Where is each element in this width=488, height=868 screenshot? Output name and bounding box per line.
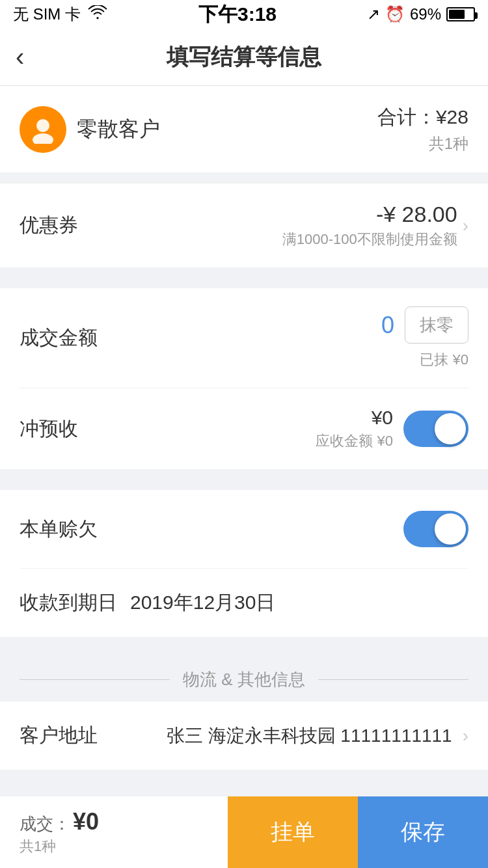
bottom-bar: 成交： ¥0 共1种 挂单 保存 [0,796,488,868]
customer-total-amount: 合计：¥28 [377,104,468,131]
coupon-amount: -¥ 28.00 [282,202,457,227]
due-date-value: 2019年12月30日 [130,590,275,616]
toggle-thumb [435,413,466,444]
separator-3 [0,647,488,658]
location-icon: ↗ [367,5,380,23]
page-title: 填写结算等信息 [167,42,321,72]
svg-point-0 [36,119,49,132]
deal-amount-row: 成交金额 0 抹零 已抹 ¥0 [20,288,468,388]
credit-label: 本单赊欠 [20,516,98,543]
customer-left: 零散客户 [20,106,160,153]
separator-2 [0,480,488,490]
svg-point-1 [33,133,53,144]
logistics-label: 物流 & 其他信息 [183,668,305,691]
customer-total-count: 共1种 [377,133,468,154]
bottom-deal-count: 共1种 [20,837,208,856]
due-date-row: 收款到期日 2019年12月30日 [20,569,468,637]
deal-amount-right: 0 抹零 [355,306,468,344]
advance-toggle[interactable] [403,411,468,447]
bottom-deal-amount: ¥0 [73,808,99,835]
coupon-row[interactable]: 优惠券 -¥ 28.00 满1000-100不限制使用金额 › [0,183,488,267]
round-zero-button[interactable]: 抹零 [405,306,468,344]
coupon-chevron-icon: › [463,215,468,236]
wifi-icon [87,5,108,23]
credit-toggle-thumb [435,513,466,545]
status-bar: 无 SIM 卡 下午3:18 ↗ ⏰ 69% [0,0,488,29]
address-row[interactable]: 客户地址 张三 海淀永丰科技园 11111111111 › [20,701,468,770]
advance-info: ¥0 应收金额 ¥0 [316,407,393,451]
content: 零散客户 合计：¥28 共1种 优惠券 -¥ 28.00 满1000-100不限… [0,86,488,858]
customer-total: 合计：¥28 共1种 [377,104,468,154]
status-time: 下午3:18 [198,1,277,28]
customer-avatar [20,106,66,153]
coupon-label: 优惠券 [20,212,78,239]
advance-sub: 应收金额 ¥0 [316,431,393,451]
bottom-deal-label: 成交： [20,813,70,835]
credit-row: 本单赊欠 [20,490,468,569]
customer-row: 零散客户 合计：¥28 共1种 [0,86,488,172]
battery-icon [446,7,475,21]
credit-toggle[interactable] [403,511,468,547]
logistics-header: 物流 & 其他信息 [0,658,488,701]
credit-section: 本单赊欠 收款到期日 2019年12月30日 [0,490,488,637]
deal-amount-value: 0 [355,312,394,339]
back-button[interactable]: ‹ [16,42,24,72]
separator-1 [0,278,488,288]
deal-section: 成交金额 0 抹零 已抹 ¥0 冲预收 ¥0 应收金额 ¥0 [0,288,488,469]
coupon-right: -¥ 28.00 满1000-100不限制使用金额 › [282,202,468,249]
address-chevron-icon: › [463,726,468,746]
address-label: 客户地址 [20,722,98,749]
save-button[interactable]: 保存 [358,796,488,868]
due-date-label: 收款到期日 [20,590,117,616]
status-right: ↗ ⏰ 69% [367,5,475,23]
logistics-line-right [318,679,468,680]
deal-amount-label: 成交金额 [20,325,98,351]
bottom-info: 成交： ¥0 共1种 [0,808,228,856]
hold-button[interactable]: 挂单 [228,796,358,868]
nav-bar: ‹ 填写结算等信息 [0,29,488,86]
address-section: 客户地址 张三 海淀永丰科技园 11111111111 › [0,701,488,770]
carrier-text: 无 SIM 卡 [13,4,81,25]
alarm-icon: ⏰ [385,5,405,23]
coupon-info: -¥ 28.00 满1000-100不限制使用金额 [282,202,457,249]
advance-payment-label: 冲预收 [20,416,78,442]
address-value: 张三 海淀永丰科技园 11111111111 [108,724,452,748]
advance-payment-row: 冲预收 ¥0 应收金额 ¥0 [20,388,468,469]
deal-amount-sub: 已抹 ¥0 [420,350,468,370]
customer-name: 零散客户 [77,115,160,144]
battery-text: 69% [410,5,441,23]
coupon-desc: 满1000-100不限制使用金额 [282,230,457,249]
advance-amount: ¥0 [316,407,393,429]
status-left: 无 SIM 卡 [13,4,108,25]
logistics-divider: 物流 & 其他信息 [20,668,468,691]
logistics-line-left [20,679,170,680]
